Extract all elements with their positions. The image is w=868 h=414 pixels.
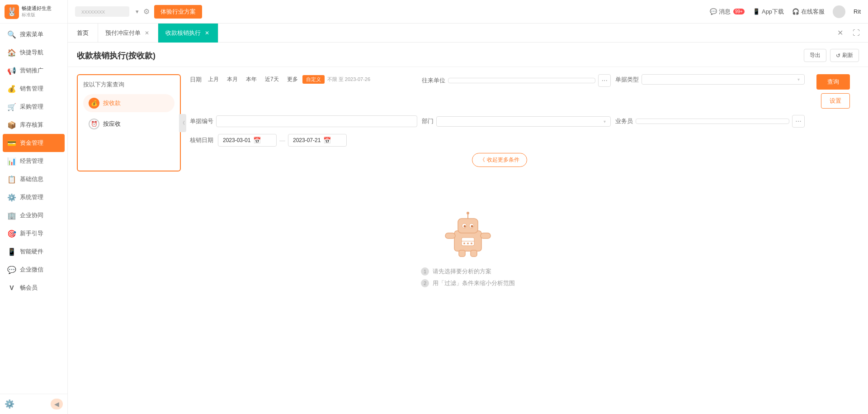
svg-point-16	[471, 243, 472, 244]
staff-more-btn[interactable]: ···	[792, 115, 805, 128]
sidebar-item-label: 企业微信	[20, 266, 43, 274]
sidebar-item-wechat[interactable]: 💬 企业微信	[0, 261, 67, 279]
by-receipt-icon: 💰	[89, 98, 99, 109]
offset-date-end[interactable]: 2023-07-21 📅	[288, 134, 347, 147]
sidebar-item-label: 采购管理	[20, 103, 43, 111]
sidebar-item-hardware[interactable]: 📱 智能硬件	[0, 243, 67, 261]
sidebar: 🐰 畅捷通好生意 标准版 🔍 搜索菜单 🏠 快捷导航 📢 营销推广 💰 销售管理…	[0, 0, 68, 414]
date-btn-this-year[interactable]: 本年	[242, 74, 260, 85]
page-container: 收款核销执行(按收款) 导出 ↺ 刷新 按以下方案查询 💰 按收款	[68, 43, 868, 414]
tip-text-1: 请先选择要分析的方案	[433, 267, 491, 276]
sidebar-settings-icon[interactable]: ⚙️	[5, 399, 14, 409]
purchase-icon: 🛒	[7, 102, 16, 111]
date-btn-last-month[interactable]: 上月	[204, 74, 222, 85]
filter-scheme-panel: 按以下方案查询 💰 按收款 ⏰ 按应收 《	[77, 74, 181, 171]
sidebar-item-label: 畅会员	[20, 284, 38, 292]
sidebar-item-operations[interactable]: 📊 经营管理	[0, 152, 67, 170]
refresh-btn[interactable]: ↺ 刷新	[830, 49, 859, 62]
date-btn-more[interactable]: 更多	[283, 74, 302, 85]
refresh-icon: ↺	[836, 52, 840, 59]
tip-num-1: 1	[421, 267, 429, 276]
sidebar-item-member[interactable]: V 畅会员	[0, 279, 67, 297]
gear-icon[interactable]: ⚙	[143, 7, 150, 16]
sidebar-item-finance[interactable]: 💳 资金管理	[3, 134, 65, 152]
sidebar-item-basic-info[interactable]: 📋 基础信息	[0, 170, 67, 188]
sidebar-item-label: 快捷导航	[20, 48, 43, 57]
message-icon: 💬	[710, 8, 717, 15]
sidebar-item-sales[interactable]: 💰 销售管理	[0, 80, 67, 98]
logo-icon: 🐰	[5, 5, 19, 19]
message-badge: 99+	[733, 9, 745, 14]
voucher-no-input[interactable]	[216, 115, 417, 127]
sidebar-collapse-icon[interactable]: ◀	[51, 399, 63, 409]
tab-home[interactable]: 首页	[68, 24, 98, 43]
page-actions: 导出 ↺ 刷新	[804, 49, 859, 62]
svg-rect-11	[471, 250, 477, 257]
guide-icon: 🎯	[7, 229, 16, 238]
collapse-more-btn[interactable]: 《 收起更多条件	[472, 153, 527, 167]
filter-collapse-btn[interactable]: 《	[179, 114, 186, 132]
collapse-more-label: 收起更多条件	[487, 156, 519, 164]
staff-input[interactable]	[636, 119, 789, 124]
date-range-text: 不限 至 2023-07-26	[327, 76, 370, 83]
export-btn[interactable]: 导出	[804, 49, 826, 62]
query-btn[interactable]: 查询	[816, 74, 850, 90]
sidebar-item-guide[interactable]: 🎯 新手引导	[0, 224, 67, 243]
header-left: xxxxxxxx ▾ ⚙ 体验行业方案	[75, 5, 202, 19]
staff-label: 业务员	[615, 117, 633, 125]
industry-btn[interactable]: 体验行业方案	[154, 5, 202, 19]
offset-end-calendar-icon[interactable]: 📅	[323, 137, 331, 144]
collapse-more-icon: 《	[480, 156, 485, 164]
counterparty-label: 往来单位	[422, 76, 445, 85]
tab-maximize-icon[interactable]: ⛶	[850, 27, 863, 39]
offset-date-start[interactable]: 2023-03-01 📅	[218, 134, 277, 147]
breadcrumb-dropdown-icon[interactable]: ▾	[136, 8, 139, 15]
online-service-btn[interactable]: 🎧 在线客服	[792, 8, 825, 16]
sidebar-item-label: 企业协同	[20, 211, 43, 219]
sidebar-item-marketing[interactable]: 📢 营销推广	[0, 62, 67, 80]
app-download-btn[interactable]: 📱 App下载	[753, 8, 784, 16]
filter-option-by-receivable[interactable]: ⏰ 按应收	[83, 115, 175, 133]
empty-tips: 1 请先选择要分析的方案 2 用「过滤」条件来缩小分析范围	[421, 267, 515, 287]
tab-home-label: 首页	[77, 29, 89, 37]
tab-bar-actions: ✕ ⛶	[834, 27, 868, 39]
tab-prepay-close-icon[interactable]: ✕	[143, 29, 151, 37]
svg-point-7	[467, 212, 469, 214]
tab-receipt-close-icon[interactable]: ✕	[203, 29, 211, 37]
voucher-type-arrow: ▾	[797, 77, 800, 82]
voucher-type-input[interactable]: ▾	[642, 74, 805, 85]
dept-input[interactable]: ▾	[436, 116, 611, 127]
date-btn-7days[interactable]: 近7天	[261, 74, 283, 85]
message-btn[interactable]: 💬 消息 99+	[710, 8, 745, 16]
svg-rect-10	[459, 250, 465, 257]
filter-option-by-receipt[interactable]: 💰 按收款	[83, 94, 175, 112]
svg-rect-1	[458, 219, 478, 233]
sidebar-item-quick-nav[interactable]: 🏠 快捷导航	[0, 43, 67, 62]
sidebar-item-purchase[interactable]: 🛒 采购管理	[0, 98, 67, 116]
tab-close-window-icon[interactable]: ✕	[834, 27, 846, 39]
sidebar-logo: 🐰 畅捷通好生意 标准版	[0, 0, 67, 24]
counterparty-more-btn[interactable]: ···	[598, 74, 611, 87]
tab-prepay-label: 预付冲应付单	[105, 29, 141, 37]
date-btn-this-month[interactable]: 本月	[223, 74, 241, 85]
sidebar-item-search[interactable]: 🔍 搜索菜单	[0, 25, 67, 43]
counterparty-input[interactable]	[448, 78, 596, 83]
app-download-icon: 📱	[753, 8, 760, 15]
sidebar-nav: 🔍 搜索菜单 🏠 快捷导航 📢 营销推广 💰 销售管理 🛒 采购管理 📦 库存核…	[0, 24, 67, 394]
filter-fields: 日期 上月 本月 本年 近7天 更多 自定义 不限 至 2023-07-26	[181, 74, 859, 171]
header-right: 💬 消息 99+ 📱 App下载 🎧 在线客服 Rit	[710, 5, 861, 18]
sidebar-item-enterprise[interactable]: 🏢 企业协同	[0, 206, 67, 224]
sidebar-item-system[interactable]: ⚙️ 系统管理	[0, 188, 67, 206]
svg-rect-12	[462, 238, 474, 246]
sidebar-item-label: 系统管理	[20, 193, 43, 201]
tab-receipt-offset[interactable]: 收款核销执行 ✕	[158, 24, 218, 43]
sidebar-item-label: 基础信息	[20, 175, 43, 183]
sidebar-item-inventory[interactable]: 📦 库存核算	[0, 116, 67, 134]
user-name: Rit	[854, 8, 861, 15]
tab-prepay-offset[interactable]: 预付冲应付单 ✕	[98, 24, 158, 43]
svg-point-5	[471, 225, 473, 228]
offset-start-calendar-icon[interactable]: 📅	[253, 137, 261, 144]
tip-num-2: 2	[421, 279, 429, 287]
setting-btn[interactable]: 设置	[821, 93, 850, 109]
sidebar-item-label: 经营管理	[20, 157, 43, 165]
